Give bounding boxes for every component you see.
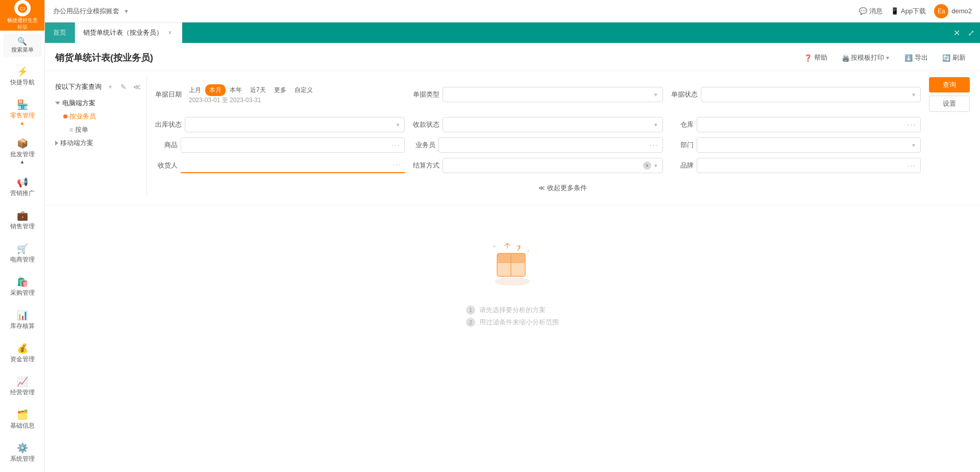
sidebar-item-finance[interactable]: 💰 资金管理 [0, 337, 45, 370]
header-right: 💬 消息 📱 App下载 Ea demo2 [859, 4, 972, 18]
refresh-btn[interactable]: 🔄 刷新 [938, 51, 970, 64]
print-btn[interactable]: 🖨️ 按模板打印 ▼ [838, 51, 894, 64]
collapse-row: ≪ 收起更多条件 [155, 178, 970, 197]
sidebar-item-wholesale[interactable]: 📦 批发管理 ▲ [0, 132, 45, 171]
sidebar-item-system[interactable]: ⚙️ 系统管理 [0, 436, 45, 469]
user-area[interactable]: Ea demo2 [934, 4, 972, 18]
doc-type-cell: 单据类型 ▼ [413, 87, 663, 102]
receiver-input[interactable]: ··· [181, 158, 405, 173]
doc-status-select[interactable]: ▼ [701, 87, 921, 102]
warehouse-select[interactable]: ··· [697, 117, 921, 132]
date-7days-btn[interactable]: 近7天 [246, 84, 270, 96]
tip-text-2: 用过滤条件来缩小分析范围 [479, 318, 559, 327]
date-more-btn[interactable]: 更多 [270, 84, 290, 96]
tip-num-2: 2 [466, 318, 475, 327]
date-last-month-btn[interactable]: 上月 [185, 84, 205, 96]
sidebar-item-basic[interactable]: 🗂️ 基础信息 [0, 403, 45, 436]
shortcut-label: 快捷导航 [2, 78, 43, 87]
sidebar-item-marketing[interactable]: 📢 营销推广 [0, 171, 45, 204]
settlement-select[interactable]: × ▼ [443, 158, 663, 173]
tab-close-all-icon[interactable]: ✕ [951, 28, 962, 38]
date-this-year-btn[interactable]: 本年 [226, 84, 246, 96]
tab-fullscreen-icon[interactable]: ⤢ [966, 28, 976, 38]
receipt-status-select[interactable]: ▼ [443, 117, 663, 132]
finance-icon: 💰 [2, 343, 43, 354]
empty-state: ✦ ✦ 1 请先选择要分析的方案 2 用过滤条件来缩小分析范围 [45, 207, 980, 361]
top-header: 办公用品行业模拟账套 ▼ 💬 消息 📱 App下载 Ea demo2 [45, 0, 980, 22]
collapse-btn[interactable]: ≪ 收起更多条件 [532, 181, 593, 195]
sidebar-item-inventory[interactable]: 📊 库存核算 [0, 303, 45, 337]
salesperson-dots: ··· [649, 140, 658, 151]
query-btn[interactable]: 查询 [929, 77, 970, 92]
doc-type-select[interactable]: ▼ [443, 87, 663, 102]
product-select[interactable]: ··· [181, 137, 405, 153]
scheme-group-mobile[interactable]: 移动端方案 [55, 136, 142, 150]
help-btn[interactable]: ❓ 帮助 [800, 51, 831, 64]
date-this-month-btn[interactable]: 本月 [205, 84, 226, 96]
basic-label: 基础信息 [2, 421, 43, 430]
brand-select[interactable]: ··· [697, 158, 921, 173]
help-icon: ❓ [804, 54, 812, 62]
sidebar-item-enterprise[interactable]: 🤝 企业协同 [0, 469, 45, 472]
receipt-status-arrow: ▼ [653, 122, 658, 128]
filter-row-3: 商品 ··· 业务员 ··· [155, 137, 970, 153]
basic-icon: 🗂️ [2, 409, 43, 420]
scheme-group-pc[interactable]: 电脑端方案 [55, 97, 142, 110]
receipt-status-cell: 收款状态 ▼ [413, 117, 663, 132]
mobile-group-label: 移动端方案 [60, 138, 93, 148]
empty-tip-2: 2 用过滤条件来缩小分析范围 [466, 318, 559, 327]
tab-home[interactable]: 首页 [45, 22, 75, 43]
date-custom-btn[interactable]: 自定义 [290, 84, 317, 96]
settlement-clear-btn[interactable]: × [643, 161, 651, 170]
tab-bar: 首页 销货单统计表（按业务员） × ✕ ⤢ [45, 22, 980, 43]
order-scheme-label: 按单 [75, 125, 88, 134]
app-download-btn[interactable]: 📱 App下载 [891, 7, 926, 16]
retail-label: 零售管理 [2, 111, 43, 120]
collapse-icon: ≪ [538, 184, 545, 192]
industry-dropdown-icon[interactable]: ▼ [124, 8, 129, 14]
out-status-select[interactable]: ▼ [185, 117, 405, 132]
filter-row-2: 出库状态 ▼ 收款状态 ▼ [155, 117, 970, 132]
export-label: 导出 [915, 53, 928, 62]
scheme-order-item[interactable]: ≡ 按单 [55, 123, 142, 136]
active-dot-icon [63, 114, 67, 119]
department-cell: 部门 ▼ [671, 137, 921, 153]
sidebar-item-retail[interactable]: 🏪 零售管理 ▲ [0, 93, 45, 132]
app-name: 畅捷通好生意 [7, 17, 38, 23]
sidebar-item-shortcut[interactable]: ⚡ 快捷导航 [0, 60, 45, 93]
message-icon: 💬 [859, 7, 867, 15]
doc-status-arrow: ▼ [911, 92, 916, 98]
tab-active[interactable]: 销货单统计表（按业务员） × [75, 22, 182, 43]
sidebar-item-ecommerce[interactable]: 🛒 电商管理 [0, 237, 45, 270]
filter-layout: 按以下方案查询 ＋ ✎ ≪ 电脑端方案 [55, 77, 970, 197]
pc-expand-icon [55, 102, 60, 105]
settings-btn[interactable]: 设置 [929, 96, 970, 112]
settlement-cell: 结算方式 × ▼ [413, 158, 663, 173]
scheme-salesperson-item[interactable]: 按业务员 [55, 110, 142, 123]
scheme-collapse-btn[interactable]: ≪ [131, 81, 142, 92]
scheme-add-btn[interactable]: ＋ [105, 81, 116, 92]
filter-row-1: 单据日期 上月 本月 本年 近7天 更多 自定义 [155, 77, 970, 112]
pc-group-label: 电脑端方案 [62, 99, 95, 108]
message-label: 消息 [869, 7, 883, 16]
message-btn[interactable]: 💬 消息 [859, 7, 883, 16]
sidebar-item-operations[interactable]: 📈 经营管理 [0, 370, 45, 403]
scheme-edit-btn[interactable]: ✎ [118, 81, 129, 92]
search-menu[interactable]: 🔍 搜索菜单 [3, 34, 42, 57]
scheme-mobile-group: 移动端方案 [55, 136, 142, 150]
salesperson-select[interactable]: ··· [438, 137, 663, 153]
user-avatar: Ea [934, 4, 948, 18]
product-dots: ··· [391, 140, 400, 151]
wholesale-expand-icon: ▲ [2, 159, 43, 164]
export-btn[interactable]: ⬇️ 导出 [900, 51, 932, 64]
retail-expand-icon: ▲ [2, 120, 43, 126]
tab-close-btn[interactable]: × [166, 29, 174, 37]
sidebar-item-sales[interactable]: 💼 销售管理 [0, 204, 45, 237]
date-filter-cell: 单据日期 上月 本月 本年 近7天 更多 自定义 [155, 84, 405, 105]
department-select[interactable]: ▼ [697, 137, 921, 153]
sidebar-item-purchase[interactable]: 🛍️ 采购管理 [0, 270, 45, 303]
brand-label: 品牌 [671, 161, 694, 170]
wholesale-label: 批发管理 [2, 150, 43, 159]
app-logo: CJ 畅捷通好生意 标版 [0, 0, 45, 31]
app-download-label: App下载 [901, 7, 926, 16]
